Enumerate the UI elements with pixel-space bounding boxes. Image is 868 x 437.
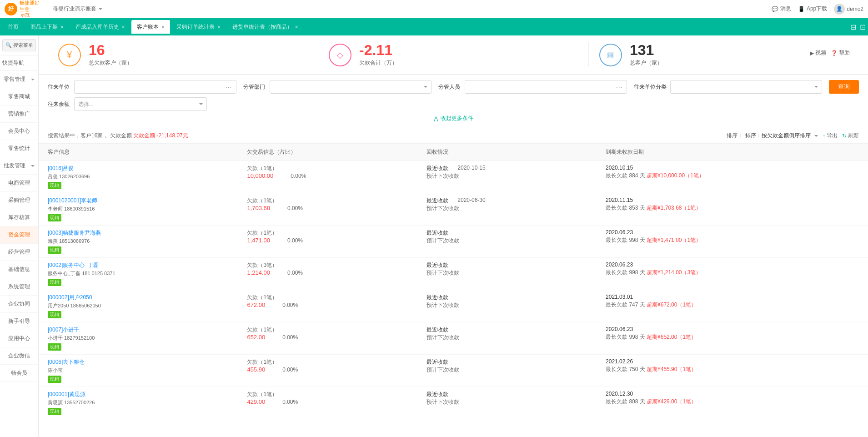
refresh-btn[interactable]: ↻ 刷新 — [842, 132, 859, 140]
data-table: 客户信息 欠交易信息（占比） 回收情况 到期未收款日期 [0016]吕俊 吕俊 … — [39, 144, 868, 419]
sidebar-item-retail-mall[interactable]: 零售商城 — [0, 88, 38, 105]
tab-customer-account[interactable]: 客户账本 ✕ — [131, 20, 170, 34]
payment-label: 最近收款 — [426, 294, 448, 301]
search-menu-btn[interactable]: 🔍 搜索菜单 — [2, 39, 36, 51]
overdue-date: 2020.10.15 — [606, 165, 859, 171]
tab-expand-btn[interactable]: ⊡ — [860, 23, 866, 31]
debt-row: 455.90 0.00% — [247, 366, 408, 373]
close-icon[interactable]: ✕ — [161, 25, 165, 30]
app-download-btn[interactable]: 📱 App下载 — [798, 5, 827, 13]
customer-tag: 现销 — [48, 408, 61, 415]
sidebar-item-new-guide[interactable]: 新手引导 — [0, 313, 38, 330]
overdue-amount-link[interactable]: 超期¥1,214.00（3笔） — [647, 269, 701, 276]
source-unit-input[interactable]: ··· — [74, 80, 236, 94]
sidebar-item-enterprise[interactable]: 企业协同 — [0, 296, 38, 313]
cell-customer-5: [0007]小进千 小进千 18279152100 现销 — [39, 322, 238, 355]
refresh-icon: ↻ — [842, 133, 847, 139]
customer-name-link[interactable]: [000002]用户2050 — [48, 294, 92, 301]
sidebar-item-app-center[interactable]: 应用中心 — [0, 330, 38, 347]
overdue-date: 2020.06.23 — [606, 326, 859, 332]
close-icon[interactable]: ✕ — [121, 25, 125, 30]
sidebar-item-marketing[interactable]: 营销推广 — [0, 105, 38, 123]
customer-name-link[interactable]: [0016]吕俊 — [48, 165, 74, 171]
overdue-amount-link[interactable]: 超期¥455.90（1笔） — [647, 366, 697, 372]
cell-customer-0: [0016]吕俊 吕俊 13026203696 现销 — [39, 161, 238, 193]
overdue-amount-link[interactable]: 超期¥10,000.00（1笔） — [647, 172, 704, 179]
sidebar-item-retail-mgmt[interactable]: 零售管理 — [0, 71, 38, 88]
customer-name-link[interactable]: [000001]黄思源 — [48, 391, 85, 397]
sort-select[interactable]: 排序： 排序：按欠款金额倒序排序 — [727, 132, 818, 140]
sidebar-item-basic-info[interactable]: 基础信息 — [0, 261, 38, 278]
overdue-row: 最长欠款 808 天 超期¥429.00（1笔） — [606, 398, 859, 406]
sidebar-item-enterprise-wechat[interactable]: 企业微信 — [0, 347, 38, 365]
chevron-down-icon — [31, 165, 35, 167]
stat-icon-total: ▦ — [598, 42, 623, 67]
cell-payment-4: 最近收款 预计下次收款 — [417, 290, 597, 322]
overdue-amount-link[interactable]: 超期¥1,703.68（1笔） — [647, 205, 701, 211]
search-icon: 🔍 — [5, 42, 12, 48]
customer-name-link[interactable]: [0002]服务中心_丁磊 — [48, 262, 99, 268]
debt-row: 1,471.00 0.00% — [247, 237, 408, 244]
help-btn[interactable]: ❓ 帮助 — [831, 49, 850, 57]
sidebar-item-system[interactable]: 系统管理 — [0, 278, 38, 296]
tab-purchase-stats-by-product[interactable]: 进货单统计表（按商品） ✕ — [227, 20, 304, 34]
debt-amount: 1,703.68 — [247, 205, 270, 211]
cell-debt-0: 欠款（1笔） 10,000.00 0.00% — [238, 161, 417, 193]
store-selector[interactable]: 母婴行业演示账套 — [48, 5, 105, 13]
overdue-row: 最长欠款 998 天 超期¥1,471.00（1笔） — [606, 236, 859, 244]
overdue-amount-link[interactable]: 超期¥429.00（1笔） — [647, 398, 697, 405]
sidebar-item-finance[interactable]: 资金管理 — [0, 226, 38, 244]
customer-name-link[interactable]: [0003]畅捷服务尹海燕 — [48, 230, 101, 236]
overdue-amount-link[interactable]: 超期¥1,471.00（1笔） — [647, 237, 701, 243]
tab-production-history[interactable]: 产成品入库单历史 ✕ — [70, 20, 130, 34]
sidebar-item-operations[interactable]: 经营管理 — [0, 244, 38, 261]
customer-tag: 现销 — [48, 343, 61, 351]
close-icon[interactable]: ✕ — [217, 25, 221, 30]
debt-percent: 0.00% — [287, 237, 303, 244]
table-actions: 排序： 排序：按欠款金额倒序排序 ↑ 导出 ↻ 刷新 — [727, 132, 859, 140]
balance-select[interactable]: 选择... — [74, 97, 207, 111]
export-btn[interactable]: ↑ 导出 — [823, 132, 838, 140]
close-icon[interactable]: ✕ — [60, 25, 64, 30]
payment-row: 最近收款 — [426, 261, 587, 269]
tab-product-shelves[interactable]: 商品上下架 ✕ — [25, 20, 69, 34]
sidebar-item-quick-nav[interactable]: 快捷导航 — [0, 55, 38, 71]
collapse-button[interactable]: ⋀ 收起更多条件 — [434, 115, 473, 122]
user-profile-btn[interactable]: 👤 demo2 — [834, 4, 863, 15]
overdue-amount-link[interactable]: 超期¥652.00（1笔） — [647, 334, 697, 340]
cell-customer-4: [000002]用户2050 用户2050 18665062050 现销 — [39, 290, 238, 322]
sidebar-item-batch-mgmt[interactable]: 批发管理 — [0, 157, 38, 175]
tab-collapse-btn[interactable]: ⊟ — [850, 23, 856, 31]
person-input[interactable]: ··· — [465, 80, 627, 94]
payment-next: 预计下次收款 — [426, 334, 587, 342]
customer-name-link[interactable]: [0006]去下粮仓 — [48, 359, 85, 365]
overdue-amount-link[interactable]: 超期¥672.00（1笔） — [647, 301, 697, 308]
cell-debt-4: 欠款（1笔） 672.00 0.00% — [238, 290, 417, 322]
overdue-days: 最长欠款 998 天 — [606, 334, 647, 340]
overdue-date: 2020.06.23 — [606, 261, 859, 268]
table-row: [0001020001]李老师 李老师 18600391516 现销 欠款（1笔… — [39, 193, 868, 226]
payment-row: 最近收款 — [426, 326, 587, 334]
close-icon[interactable]: ✕ — [295, 25, 298, 30]
stat-text-debt: -2.11 欠款合计（万） — [359, 43, 397, 67]
tab-purchase-order-stats[interactable]: 采购订单统计表 ✕ — [171, 20, 226, 34]
sidebar-item-retail-stats[interactable]: 零售统计 — [0, 140, 38, 157]
debt-label: 欠款（1笔） — [247, 197, 408, 205]
sidebar-item-inventory[interactable]: 库存核算 — [0, 209, 38, 226]
sidebar-item-ecommerce[interactable]: 电商管理 — [0, 175, 38, 192]
message-btn[interactable]: 💬 消息 — [772, 5, 791, 13]
search-button[interactable]: 查询 — [829, 80, 859, 94]
customer-tag: 现销 — [48, 279, 61, 286]
customer-name-link[interactable]: [0007]小进千 — [48, 326, 79, 333]
sidebar-item-member[interactable]: 会员中心 — [0, 123, 38, 140]
cell-overdue-6: 2021.02.26 最长欠款 750 天 超期¥455.90（1笔） — [597, 355, 868, 387]
sidebar-item-purchase[interactable]: 采购管理 — [0, 192, 38, 209]
cell-debt-6: 欠款（1笔） 455.90 0.00% — [238, 355, 417, 387]
customer-name-link[interactable]: [0001020001]李老师 — [48, 197, 97, 204]
unit-category-select[interactable] — [670, 80, 823, 94]
sidebar-item-vip[interactable]: 畅会员 — [0, 365, 38, 382]
cell-overdue-0: 2020.10.15 最长欠款 884 天 超期¥10,000.00（1笔） — [597, 161, 868, 193]
video-btn[interactable]: ▶ 视频 — [810, 49, 826, 57]
dept-select[interactable] — [270, 80, 432, 94]
tab-home[interactable]: 首页 — [2, 20, 24, 34]
